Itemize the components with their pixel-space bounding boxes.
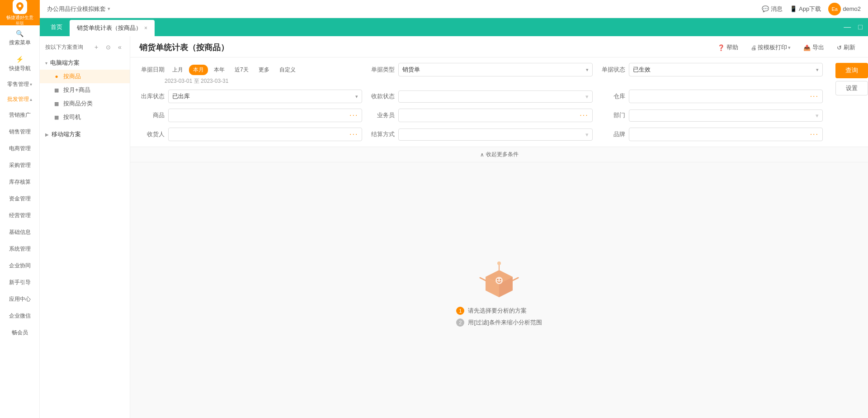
sidebar-item-basic[interactable]: 基础信息	[0, 224, 40, 241]
filter-outstatus-col: 出库状态 已出库 ▾	[139, 90, 362, 103]
filter-recvstatus-col: 收款状态 ▾	[369, 90, 592, 103]
sidebar-item-wholesale[interactable]: 批发管理 ▴	[0, 92, 40, 107]
settlement-label: 结算方式	[369, 130, 395, 138]
recvstatus-input[interactable]: ▾	[398, 90, 592, 103]
help-btn[interactable]: ❓ 帮助	[714, 42, 742, 53]
tab-bar: 首页 销货单统计表（按商品） × — □	[40, 18, 868, 36]
tab-home[interactable]: 首页	[43, 18, 70, 36]
settings-button[interactable]: 设置	[835, 81, 868, 95]
date-prev-btn[interactable]: 上月	[168, 65, 187, 75]
settlement-input[interactable]: ▾	[398, 128, 592, 141]
doctype-arrow: ▾	[586, 67, 589, 73]
sidebar-item-finance[interactable]: 资金管理	[0, 190, 40, 207]
scheme-group-pc: ▾ 电脑端方案 ● 按商品 ▦ 按月+商品 ▦ 按商品分类 ▦ 按司机	[40, 54, 130, 126]
date-more-btn[interactable]: 更多	[255, 65, 274, 75]
filter-row-3: 商品 ··· 业务员 ···	[139, 109, 823, 122]
wholesale-expand-icon: ▴	[30, 97, 32, 102]
sidebar-item-system[interactable]: 系统管理	[0, 241, 40, 257]
sidebar-item-corp[interactable]: 企业协同	[0, 257, 40, 274]
sidebar-item-marketing[interactable]: 营销推广	[0, 107, 40, 124]
warehouse-input[interactable]: ···	[629, 90, 823, 103]
scheme-group-mobile-title[interactable]: ▶ 移动端方案	[40, 128, 130, 141]
date-range-display: 2023-03-01 至 2023-03-31	[165, 77, 823, 85]
scheme-item-by-category[interactable]: ▦ 按商品分类	[40, 97, 130, 110]
message-btn[interactable]: 💬 消息	[762, 5, 783, 13]
sidebar-item-inventory[interactable]: 库存核算	[0, 174, 40, 190]
svg-point-5	[497, 279, 498, 280]
brand-label: 品牌	[600, 130, 625, 138]
brand-input[interactable]: ···	[629, 128, 823, 141]
logo-icon	[13, 0, 27, 14]
mobile-group-arrow: ▶	[45, 132, 49, 137]
filter-recipient-col: 收货人 ···	[139, 128, 362, 141]
recipient-input[interactable]: ···	[168, 128, 362, 141]
product-input[interactable]: ···	[168, 109, 362, 122]
export-btn[interactable]: 📤 导出	[800, 42, 828, 53]
sidebar-item-member[interactable]: 畅会员	[0, 324, 40, 341]
sidebar-item-wechat[interactable]: 企业微信	[0, 308, 40, 324]
warehouse-dots: ···	[810, 92, 819, 100]
sidebar-item-ops[interactable]: 经营管理	[0, 207, 40, 224]
scheme-add-btn[interactable]: +	[92, 43, 101, 52]
filter-warehouse-col: 仓库 ···	[600, 90, 823, 103]
svg-point-4	[495, 277, 503, 284]
docstatus-select[interactable]: 已生效 ▾	[629, 63, 823, 76]
date-quick-btns: 上月 本月 本年 近7天 更多 自定义	[168, 65, 300, 75]
svg-line-9	[480, 278, 486, 280]
export-icon: 📤	[803, 44, 811, 51]
scheme-panel-title: 按以下方案查询	[45, 43, 83, 51]
content-header: 销货单统计表（按商品） ❓ 帮助 🖨 按模板打印 ▾ 📤 导出	[130, 36, 868, 57]
scheme-item-by-month-product[interactable]: ▦ 按月+商品	[40, 83, 130, 97]
warehouse-label: 仓库	[600, 92, 625, 100]
filter-staff-col: 业务员 ···	[369, 109, 592, 122]
sidebar-search[interactable]: 🔍 搜索菜单	[0, 25, 40, 51]
dept-input[interactable]: ▾	[629, 109, 823, 122]
date-curr-btn[interactable]: 本月	[189, 65, 208, 75]
collapse-bar[interactable]: ∧ 收起更多条件	[130, 147, 868, 162]
pc-group-arrow: ▾	[45, 61, 47, 66]
filter-row-1: 单据日期 上月 本月 本年 近7天 更多 自定义	[139, 63, 823, 76]
filter-dept-col: 部门 ▾	[600, 109, 823, 122]
scheme-item-by-cashier[interactable]: ▦ 按司机	[40, 110, 130, 124]
tab-close-btn[interactable]: ×	[144, 25, 147, 31]
refresh-icon: ↺	[837, 44, 842, 51]
tab-active[interactable]: 销货单统计表（按商品） ×	[70, 20, 155, 36]
scheme-edit-btn[interactable]: ⊙	[104, 43, 113, 52]
scheme-collapse-btn[interactable]: «	[115, 43, 124, 52]
app-download-btn[interactable]: 📱 App下载	[790, 5, 821, 13]
sidebar-item-sales[interactable]: 销售管理	[0, 124, 40, 140]
scheme-panel-icons: + ⊙ «	[92, 43, 124, 52]
industry-selector[interactable]: 办公用品行业模拟账套 ▾	[47, 5, 110, 13]
scheme-item-by-product[interactable]: ● 按商品	[40, 70, 130, 83]
sidebar-item-ecommerce[interactable]: 电商管理	[0, 140, 40, 157]
help-icon: ❓	[717, 44, 725, 51]
sidebar-item-purchase[interactable]: 采购管理	[0, 157, 40, 174]
user-menu[interactable]: Ea demo2	[828, 3, 861, 15]
sidebar-item-guide[interactable]: 新手引导	[0, 274, 40, 291]
sidebar-item-apps[interactable]: 应用中心	[0, 291, 40, 308]
template-print-btn[interactable]: 🖨 按模板打印 ▾	[747, 42, 794, 53]
outstatus-select[interactable]: 已出库 ▾	[168, 90, 362, 103]
date-year-btn[interactable]: 本年	[210, 65, 229, 75]
date-week-btn[interactable]: 近7天	[231, 65, 253, 75]
date-label: 单据日期	[139, 66, 165, 74]
refresh-btn[interactable]: ↺ 刷新	[833, 42, 859, 53]
doctype-select[interactable]: 销货单 ▾	[398, 63, 592, 76]
query-button[interactable]: 查询	[835, 63, 868, 78]
tab-minimize-btn[interactable]: —	[842, 21, 853, 33]
scheme-group-pc-title[interactable]: ▾ 电脑端方案	[40, 56, 130, 70]
sidebar-quick-nav[interactable]: ⚡ 快捷导航	[0, 51, 40, 77]
tab-maximize-btn[interactable]: □	[856, 21, 864, 33]
print-icon: 🖨	[751, 44, 757, 51]
date-custom-btn[interactable]: 自定义	[275, 65, 300, 75]
sidebar-item-retail[interactable]: 零售管理 ▾	[0, 77, 40, 92]
staff-input[interactable]: ···	[398, 109, 592, 122]
user-avatar: Ea	[828, 3, 841, 15]
top-header: 办公用品行业模拟账套 ▾ 💬 消息 📱 App下载 Ea demo2	[40, 0, 868, 18]
scheme-panel: 按以下方案查询 + ⊙ « ▾ 电脑端方案 ● 按商品	[40, 36, 130, 418]
filter-product-col: 商品 ···	[139, 109, 362, 122]
filter-brand-col: 品牌 ···	[600, 128, 823, 141]
main-area: 办公用品行业模拟账套 ▾ 💬 消息 📱 App下载 Ea demo2 首页	[40, 0, 868, 418]
empty-text: 1 请先选择要分析的方案 2 用[过滤]条件来缩小分析范围	[456, 307, 542, 327]
doctype-label: 单据类型	[369, 66, 395, 74]
